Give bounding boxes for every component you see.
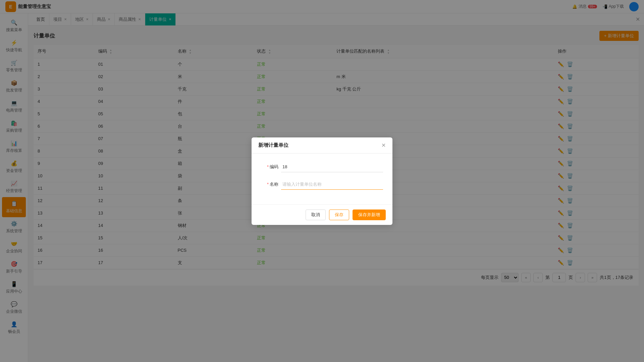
code-label: *编码 <box>261 164 281 170</box>
modal-body: *编码 *名称 <box>252 154 392 204</box>
save-and-new-button[interactable]: 保存并新增 <box>353 209 386 220</box>
modal-close-button[interactable]: ✕ <box>381 142 386 148</box>
save-button[interactable]: 保存 <box>329 209 349 220</box>
name-label: *名称 <box>261 181 281 187</box>
cancel-button[interactable]: 取消 <box>306 209 326 220</box>
name-required-mark: * <box>267 182 269 187</box>
modal-header: 新增计量单位 ✕ <box>252 137 392 154</box>
modal-overlay: 新增计量单位 ✕ *编码 *名称 取消 保存 保存并新增 <box>0 0 644 362</box>
code-label-text: 编码 <box>270 164 278 169</box>
modal-footer: 取消 保存 保存并新增 <box>252 204 392 225</box>
modal-title: 新增计量单位 <box>258 142 288 148</box>
name-input[interactable] <box>281 179 383 190</box>
code-required-mark: * <box>267 164 269 169</box>
name-field-row: *名称 <box>261 179 383 190</box>
code-field-row: *编码 <box>261 162 383 172</box>
name-label-text: 名称 <box>270 182 278 187</box>
add-unit-modal: 新增计量单位 ✕ *编码 *名称 取消 保存 保存并新增 <box>252 137 392 225</box>
code-input[interactable] <box>281 162 383 172</box>
